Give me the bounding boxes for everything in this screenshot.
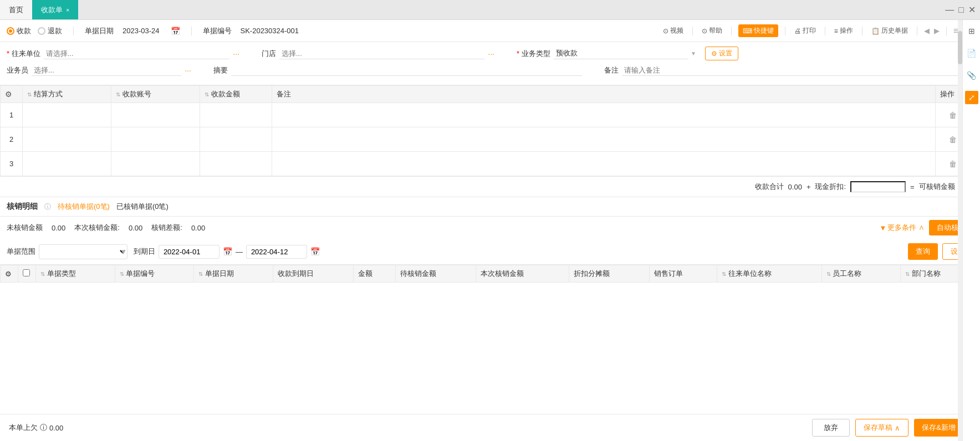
- bottom-info-icon[interactable]: ⓘ: [40, 423, 47, 433]
- btn-video[interactable]: ⊙ 视频: [661, 25, 686, 37]
- sidebar-attach-icon[interactable]: 📎: [965, 69, 978, 82]
- note-label: 备注: [604, 65, 619, 75]
- settings-button[interactable]: ⚙ 设置: [705, 47, 738, 60]
- radio-receive[interactable]: 收款: [7, 26, 31, 36]
- tab-receipt-label: 收款单: [41, 5, 63, 15]
- table-settings-icon[interactable]: ⚙: [5, 90, 12, 99]
- bottom-info-value: 0.00: [49, 424, 63, 432]
- store-input[interactable]: [279, 48, 484, 59]
- date-from-input[interactable]: [159, 245, 220, 259]
- tab-receipt[interactable]: 收款单 ×: [32, 0, 78, 19]
- biztype-arrow-icon[interactable]: ▼: [691, 50, 696, 57]
- btn-print[interactable]: 🖨 打印: [792, 25, 818, 37]
- tab-home[interactable]: 首页: [0, 0, 32, 19]
- due-label: 到期日: [134, 247, 155, 257]
- store-more-icon[interactable]: ···: [488, 49, 494, 58]
- btn-shortcut[interactable]: ⌨ 快捷键: [738, 24, 778, 37]
- row-settlement-3[interactable]: [23, 152, 111, 176]
- wt-select-all-checkbox[interactable]: [23, 269, 30, 276]
- salesman-more-icon[interactable]: ···: [185, 66, 191, 75]
- row-amount-3[interactable]: [200, 152, 272, 176]
- receipt-table: ⚙ ⇅ 结算方式 ⇅ 收款账号 ⇅ 收款金额 备注: [0, 85, 980, 176]
- date-to-input[interactable]: [246, 245, 307, 259]
- form-row-2: 业务员 ··· 摘要 备注: [7, 65, 973, 76]
- save-draft-arrow-icon: ∧: [895, 424, 900, 432]
- delete-row-1-icon[interactable]: 🗑: [949, 111, 957, 120]
- delete-row-3-icon[interactable]: 🗑: [949, 160, 957, 168]
- table-row: 3 🗑 ⊞: [1, 152, 980, 176]
- wt-col-current: 本次核销金额: [476, 265, 569, 283]
- wt-col-amount: 金额: [353, 265, 395, 283]
- row-remark-3[interactable]: [272, 152, 936, 176]
- writeoff-title: 核销明细: [7, 202, 38, 212]
- window-controls: — □ ✕: [945, 4, 980, 15]
- row-settlement-1[interactable]: [23, 103, 111, 127]
- calendar-icon[interactable]: 📅: [171, 27, 180, 35]
- sidebar-table-icon[interactable]: ⊞: [965, 24, 978, 38]
- date-value: 2023-03-24: [122, 27, 160, 35]
- more-conditions-label: 更多条件 ∧: [887, 223, 925, 233]
- divider-8: [917, 27, 917, 35]
- pending-tab[interactable]: 待核销单据(0笔): [58, 202, 110, 212]
- btn-actions[interactable]: ≡ 操作: [832, 25, 855, 37]
- sort-partner-icon: ⇅: [722, 271, 726, 277]
- delete-row-2-icon[interactable]: 🗑: [949, 135, 957, 144]
- close-window-icon[interactable]: ✕: [968, 4, 976, 15]
- row-remark-2[interactable]: [272, 127, 936, 152]
- radio-refund-dot: [38, 27, 45, 35]
- biztype-input[interactable]: [554, 48, 688, 59]
- wt-col-settings: ⚙: [1, 265, 18, 283]
- col-settlement-header: ⇅ 结算方式: [23, 86, 111, 103]
- plus-sign: +: [807, 183, 811, 191]
- save-draft-button[interactable]: 保存草稿 ∧: [855, 419, 908, 437]
- query-button[interactable]: 查询: [908, 243, 938, 260]
- writeoff-header: 核销明细 ⓘ 待核销单据(0笔) 已核销单据(0笔): [0, 197, 980, 217]
- partner-input[interactable]: [44, 48, 230, 59]
- settings-label: 设置: [719, 49, 732, 58]
- row-account-1[interactable]: [111, 103, 200, 127]
- partner-more-icon[interactable]: ···: [233, 49, 239, 58]
- more-conditions-btn[interactable]: ▼ 更多条件 ∧: [880, 223, 925, 233]
- summary-input[interactable]: [231, 65, 583, 76]
- sidebar-doc-icon[interactable]: 📄: [965, 47, 978, 60]
- row-account-2[interactable]: [111, 127, 200, 152]
- tab-close-icon[interactable]: ×: [66, 7, 69, 13]
- row-remark-1[interactable]: [272, 103, 936, 127]
- date-from-calendar-icon[interactable]: 📅: [223, 247, 232, 256]
- main-container: 收款 退款 单据日期 2023-03-24 📅 单据编号 SK-20230324…: [0, 20, 980, 441]
- writeoff-section: 核销明细 ⓘ 待核销单据(0笔) 已核销单据(0笔) 未核销金额 0.00 本次…: [0, 197, 980, 414]
- scroll-track[interactable]: [958, 20, 962, 441]
- btn-actions-label: 操作: [840, 26, 853, 35]
- nav-prev-icon[interactable]: ◀: [924, 27, 930, 35]
- radio-refund[interactable]: 退款: [38, 26, 62, 36]
- range-select[interactable]: [39, 244, 127, 259]
- salesman-input[interactable]: [32, 65, 181, 76]
- filter-icon: ▼: [880, 224, 887, 232]
- maximize-icon[interactable]: □: [958, 5, 964, 15]
- history-icon: 📋: [871, 27, 880, 35]
- done-tab[interactable]: 已核销单据(0笔): [116, 202, 169, 212]
- wt-col-discount: 折扣分摊额: [569, 265, 650, 283]
- btn-help[interactable]: ⊙ 帮助: [700, 25, 724, 37]
- row-account-3[interactable]: [111, 152, 200, 176]
- date-separator: —: [236, 248, 243, 256]
- table-row: 1 🗑 ⊞: [1, 103, 980, 127]
- minimize-icon[interactable]: —: [945, 5, 954, 15]
- row-amount-2[interactable]: [200, 127, 272, 152]
- range-label: 单据范围: [7, 247, 35, 257]
- btn-history[interactable]: 📋 历史单据: [869, 25, 910, 37]
- receipt-type-radio-group: 收款 退款: [7, 26, 62, 36]
- nav-next-icon[interactable]: ▶: [934, 27, 940, 35]
- note-input[interactable]: [622, 65, 973, 76]
- abandon-button[interactable]: 放弃: [812, 419, 850, 437]
- discount-input[interactable]: [850, 181, 906, 192]
- sidebar-expand-icon[interactable]: ⤢: [965, 91, 978, 104]
- summary-field: 摘要: [213, 65, 583, 76]
- diff-label: 核销差额:: [151, 223, 182, 233]
- row-amount-1[interactable]: [200, 103, 272, 127]
- row-settlement-2[interactable]: [23, 127, 111, 152]
- writeoff-info-icon[interactable]: ⓘ: [44, 202, 51, 212]
- wt-settings-icon[interactable]: ⚙: [5, 270, 12, 278]
- scroll-thumb[interactable]: [958, 31, 962, 64]
- date-to-calendar-icon[interactable]: 📅: [310, 247, 320, 256]
